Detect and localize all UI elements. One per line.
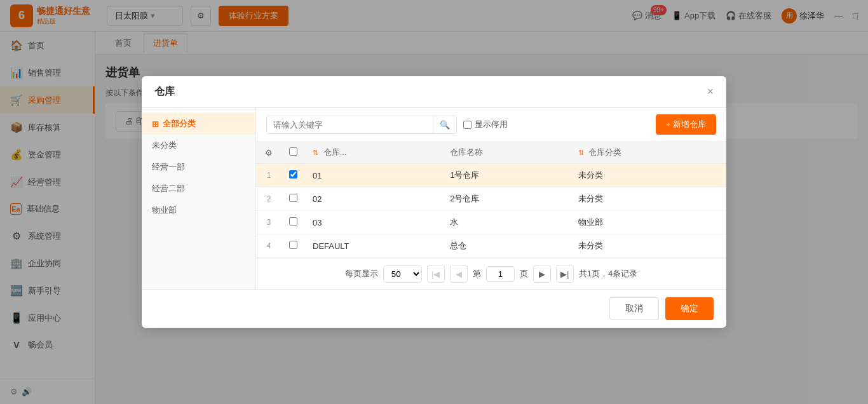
category-all[interactable]: ⊞ 全部分类 (142, 113, 255, 135)
row-checkbox-cell[interactable] (281, 211, 305, 234)
category-ops1[interactable]: 经营一部 (142, 156, 255, 178)
page-label: 第 (473, 268, 481, 279)
row-name: 水 (442, 211, 570, 234)
category-property[interactable]: 物业部 (142, 199, 255, 221)
search-box: 🔍 (266, 116, 457, 134)
category-panel: ⊞ 全部分类 未分类 经营一部 经营二部 物业部 《 (142, 108, 256, 289)
row-code: 03 (305, 211, 442, 234)
prev-page-button[interactable]: ◀ (450, 265, 468, 283)
row-checkbox[interactable] (289, 170, 297, 178)
table-toolbar: 🔍 显示停用 + 新增仓库 (256, 108, 726, 142)
warehouse-dialog: 仓库 × ⊞ 全部分类 未分类 经营一部 经营二部 (142, 76, 726, 328)
dialog-header: 仓库 × (142, 76, 726, 108)
category-ops1-label: 经营一部 (152, 161, 185, 173)
table-panel: 🔍 显示停用 + 新增仓库 ⚙ (256, 108, 726, 289)
table-header-row: ⚙ ⇅ 仓库... 仓库名称 (256, 142, 726, 164)
row-code: 02 (305, 187, 442, 211)
show-disabled-label[interactable]: 显示停用 (463, 119, 508, 130)
category-unclassified[interactable]: 未分类 (142, 135, 255, 156)
select-all-checkbox[interactable] (289, 147, 297, 156)
pagination-bar: 每页显示 50 10 20 100 |◀ ◀ 第 页 (256, 258, 726, 289)
sort-icon-category: ⇅ (578, 149, 584, 156)
page-info: 共1页，4条记录 (579, 268, 637, 279)
table-body: 1 01 1号仓库 未分类 2 02 2号仓库 未分类 3 03 水 物业部 4… (256, 164, 726, 258)
row-checkbox-cell[interactable] (281, 187, 305, 211)
gear-col-icon: ⚙ (265, 148, 273, 158)
grid-icon: ⊞ (152, 119, 159, 129)
row-checkbox[interactable] (289, 241, 297, 249)
category-ops2[interactable]: 经营二部 (142, 178, 255, 199)
row-name: 总仓 (442, 234, 570, 258)
confirm-button[interactable]: 确定 (665, 297, 714, 320)
sort-icon-code: ⇅ (313, 149, 318, 156)
page-suffix: 页 (520, 268, 528, 279)
category-ops2-label: 经营二部 (152, 183, 185, 194)
table-row[interactable]: 2 02 2号仓库 未分类 (256, 187, 726, 211)
next-page-icon: ▶ (539, 269, 545, 279)
row-category: 未分类 (571, 164, 726, 187)
cancel-button[interactable]: 取消 (609, 297, 659, 320)
row-index: 4 (256, 234, 281, 258)
per-page-label: 每页显示 (345, 268, 378, 279)
row-checkbox-cell[interactable] (281, 164, 305, 187)
col-code: ⇅ 仓库... (305, 142, 442, 164)
new-warehouse-button[interactable]: + 新增仓库 (656, 114, 716, 135)
first-page-icon: |◀ (431, 269, 440, 279)
per-page-select[interactable]: 50 10 20 100 (383, 266, 422, 283)
col-name: 仓库名称 (442, 142, 570, 164)
row-checkbox[interactable] (289, 194, 297, 202)
last-page-icon: ▶| (560, 269, 569, 279)
first-page-button[interactable]: |◀ (427, 265, 445, 283)
category-unclassified-label: 未分类 (152, 140, 177, 151)
row-checkbox-cell[interactable] (281, 234, 305, 258)
row-index: 1 (256, 164, 281, 187)
table-row[interactable]: 3 03 水 物业部 (256, 211, 726, 234)
dialog-title: 仓库 (154, 85, 175, 98)
row-index: 2 (256, 187, 281, 211)
row-code: DEFAULT (305, 234, 442, 258)
modal-overlay[interactable]: 仓库 × ⊞ 全部分类 未分类 经营一部 经营二部 (0, 0, 868, 404)
show-disabled-text: 显示停用 (475, 119, 508, 130)
category-all-label: 全部分类 (163, 118, 196, 130)
warehouse-table: ⚙ ⇅ 仓库... 仓库名称 (256, 142, 726, 258)
page-number-input[interactable] (486, 266, 515, 282)
search-icon[interactable]: 🔍 (433, 116, 456, 133)
show-disabled-checkbox[interactable] (463, 121, 471, 129)
row-name: 1号仓库 (442, 164, 570, 187)
row-code: 01 (305, 164, 442, 187)
row-checkbox[interactable] (289, 217, 297, 226)
col-gear: ⚙ (256, 142, 281, 164)
prev-page-icon: ◀ (456, 269, 462, 279)
row-category: 未分类 (571, 234, 726, 258)
dialog-close-button[interactable]: × (707, 85, 714, 98)
col-checkbox (281, 142, 305, 164)
next-page-button[interactable]: ▶ (533, 265, 551, 283)
panel-collapse-button[interactable]: 《 (255, 186, 256, 212)
col-category: ⇅ 仓库分类 (571, 142, 726, 164)
row-category: 物业部 (571, 211, 726, 234)
table-row[interactable]: 4 DEFAULT 总仓 未分类 (256, 234, 726, 258)
warehouse-table-wrapper: ⚙ ⇅ 仓库... 仓库名称 (256, 142, 726, 258)
row-name: 2号仓库 (442, 187, 570, 211)
category-property-label: 物业部 (152, 205, 177, 216)
dialog-body: ⊞ 全部分类 未分类 经营一部 经营二部 物业部 《 (142, 108, 726, 289)
search-input[interactable] (267, 116, 433, 133)
row-index: 3 (256, 211, 281, 234)
table-row[interactable]: 1 01 1号仓库 未分类 (256, 164, 726, 187)
row-category: 未分类 (571, 187, 726, 211)
dialog-footer: 取消 确定 (142, 289, 726, 328)
last-page-button[interactable]: ▶| (556, 265, 574, 283)
